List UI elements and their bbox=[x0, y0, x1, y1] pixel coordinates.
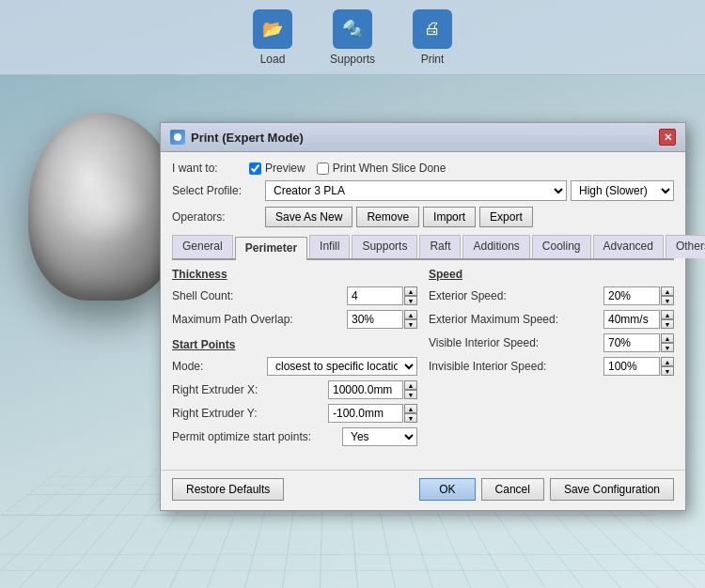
shell-count-input-wrap: ▲ ▼ bbox=[347, 286, 417, 305]
preview-label: Preview bbox=[265, 162, 306, 175]
max-path-down[interactable]: ▼ bbox=[404, 319, 417, 329]
quality-select[interactable]: High (Slower) bbox=[571, 180, 674, 201]
want-to-label: I want to: bbox=[172, 162, 238, 175]
exterior-max-speed-spinners: ▲ ▼ bbox=[661, 310, 674, 329]
svg-point-0 bbox=[174, 133, 181, 141]
right-extruder-x-input[interactable] bbox=[328, 380, 403, 399]
shell-count-row: Shell Count: ▲ ▼ bbox=[172, 286, 417, 305]
dialog-overlay: Print (Expert Mode) ✕ I want to: Preview… bbox=[0, 0, 705, 588]
tab-cooling[interactable]: Cooling bbox=[532, 235, 591, 258]
max-path-overlap-input[interactable] bbox=[347, 310, 403, 329]
shell-count-up[interactable]: ▲ bbox=[404, 286, 417, 296]
visible-interior-speed-spinners: ▲ ▼ bbox=[661, 333, 674, 352]
dialog-title-icon bbox=[170, 130, 185, 145]
remove-button[interactable]: Remove bbox=[356, 207, 419, 227]
dialog-title-text: Print (Expert Mode) bbox=[191, 131, 304, 145]
invisible-interior-speed-label: Invisible Interior Speed: bbox=[429, 360, 603, 373]
right-extruder-x-spinners: ▲ ▼ bbox=[404, 380, 417, 399]
visible-interior-speed-row: Visible Interior Speed: ▲ ▼ bbox=[429, 333, 674, 352]
vis-int-up[interactable]: ▲ bbox=[661, 333, 674, 343]
shell-count-label: Shell Count: bbox=[172, 289, 347, 302]
max-path-up[interactable]: ▲ bbox=[404, 310, 417, 319]
ext-speed-down[interactable]: ▼ bbox=[661, 296, 674, 305]
restore-defaults-button[interactable]: Restore Defaults bbox=[172, 478, 284, 501]
max-path-overlap-spinners: ▲ ▼ bbox=[404, 310, 417, 329]
footer-left: Restore Defaults bbox=[172, 478, 419, 501]
right-extruder-y-input[interactable] bbox=[328, 404, 403, 423]
operators-row: Operators: Save As New Remove Import Exp… bbox=[172, 207, 674, 227]
dialog-titlebar: Print (Expert Mode) ✕ bbox=[161, 123, 685, 152]
operators-label: Operators: bbox=[172, 210, 261, 224]
permit-optimize-select[interactable]: Yes bbox=[342, 427, 417, 446]
export-button[interactable]: Export bbox=[479, 207, 533, 227]
right-y-up[interactable]: ▲ bbox=[404, 404, 417, 413]
shell-count-spinners: ▲ ▼ bbox=[404, 286, 417, 305]
import-button[interactable]: Import bbox=[423, 207, 476, 227]
start-points-section-header: Start Points bbox=[172, 338, 417, 351]
print-when-done-checkbox[interactable] bbox=[317, 162, 329, 175]
right-extruder-y-label: Right Extruder Y: bbox=[172, 407, 328, 420]
permit-optimize-label: Permit optimize start points: bbox=[172, 430, 342, 443]
tab-raft[interactable]: Raft bbox=[419, 235, 461, 258]
shell-count-input[interactable] bbox=[347, 286, 403, 305]
visible-interior-speed-wrap: ▲ ▼ bbox=[603, 333, 674, 352]
tab-others[interactable]: Others bbox=[666, 235, 705, 258]
save-as-new-button[interactable]: Save As New bbox=[265, 207, 352, 227]
tab-infill[interactable]: Infill bbox=[309, 235, 350, 258]
inv-int-up[interactable]: ▲ bbox=[661, 357, 674, 366]
shell-count-down[interactable]: ▼ bbox=[404, 296, 417, 305]
tab-supports[interactable]: Supports bbox=[352, 235, 417, 258]
ok-button[interactable]: OK bbox=[419, 478, 475, 501]
left-column: Thickness Shell Count: ▲ ▼ Maximum Pat bbox=[172, 268, 417, 451]
exterior-speed-input[interactable] bbox=[603, 286, 660, 305]
invisible-interior-speed-wrap: ▲ ▼ bbox=[603, 357, 674, 376]
exterior-max-speed-label: Exterior Maximum Speed: bbox=[429, 313, 603, 326]
mode-label: Mode: bbox=[172, 360, 267, 373]
save-configuration-button[interactable]: Save Configuration bbox=[550, 478, 674, 501]
right-extruder-y-row: Right Extruder Y: ▲ ▼ bbox=[172, 404, 417, 423]
mode-select[interactable]: closest to specific location bbox=[267, 357, 417, 376]
invisible-interior-speed-row: Invisible Interior Speed: ▲ ▼ bbox=[429, 357, 674, 376]
right-x-up[interactable]: ▲ bbox=[404, 380, 417, 390]
exterior-speed-label: Exterior Speed: bbox=[429, 289, 603, 302]
invisible-interior-speed-input[interactable] bbox=[603, 357, 660, 376]
preview-checkbox[interactable] bbox=[249, 162, 261, 175]
visible-interior-speed-label: Visible Interior Speed: bbox=[429, 336, 603, 349]
exterior-speed-spinners: ▲ ▼ bbox=[661, 286, 674, 305]
preview-checkbox-label[interactable]: Preview bbox=[249, 162, 306, 175]
right-extruder-x-label: Right Extruder X: bbox=[172, 383, 328, 396]
tab-bar: General Perimeter Infill Supports Raft A… bbox=[172, 235, 674, 260]
tab-content: Thickness Shell Count: ▲ ▼ Maximum Pat bbox=[172, 268, 674, 451]
visible-interior-speed-input[interactable] bbox=[603, 333, 660, 352]
right-extruder-x-row: Right Extruder X: ▲ ▼ bbox=[172, 380, 417, 399]
max-path-overlap-row: Maximum Path Overlap: ▲ ▼ bbox=[172, 310, 417, 329]
right-extruder-x-wrap: ▲ ▼ bbox=[328, 380, 417, 399]
profile-select[interactable]: Creator 3 PLA bbox=[265, 180, 567, 201]
tab-perimeter[interactable]: Perimeter bbox=[235, 237, 307, 260]
ext-speed-up[interactable]: ▲ bbox=[661, 286, 674, 296]
ext-max-up[interactable]: ▲ bbox=[661, 310, 674, 319]
right-extruder-y-spinners: ▲ ▼ bbox=[404, 404, 417, 423]
dialog-title-area: Print (Expert Mode) bbox=[170, 130, 304, 145]
right-column: Speed Exterior Speed: ▲ ▼ Exterior Max bbox=[429, 268, 674, 451]
vis-int-down[interactable]: ▼ bbox=[661, 343, 674, 352]
tab-general[interactable]: General bbox=[172, 235, 233, 258]
right-x-down[interactable]: ▼ bbox=[404, 390, 417, 399]
dialog-body: I want to: Preview Print When Slice Done… bbox=[161, 152, 685, 460]
right-y-down[interactable]: ▼ bbox=[404, 413, 417, 423]
exterior-max-speed-wrap: ▲ ▼ bbox=[603, 310, 674, 329]
want-to-row: I want to: Preview Print When Slice Done bbox=[172, 162, 674, 175]
print-dialog: Print (Expert Mode) ✕ I want to: Preview… bbox=[160, 122, 686, 511]
inv-int-down[interactable]: ▼ bbox=[661, 366, 674, 376]
exterior-max-speed-input[interactable] bbox=[603, 310, 660, 329]
exterior-speed-wrap: ▲ ▼ bbox=[603, 286, 674, 305]
thickness-section-header: Thickness bbox=[172, 268, 417, 281]
ext-max-down[interactable]: ▼ bbox=[661, 319, 674, 329]
speed-section-header: Speed bbox=[429, 268, 674, 281]
profile-row: Select Profile: Creator 3 PLA High (Slow… bbox=[172, 180, 674, 201]
print-when-done-label[interactable]: Print When Slice Done bbox=[317, 162, 446, 175]
tab-additions[interactable]: Additions bbox=[462, 235, 529, 258]
cancel-button[interactable]: Cancel bbox=[481, 478, 544, 501]
close-button[interactable]: ✕ bbox=[659, 129, 676, 146]
tab-advanced[interactable]: Advanced bbox=[593, 235, 664, 258]
